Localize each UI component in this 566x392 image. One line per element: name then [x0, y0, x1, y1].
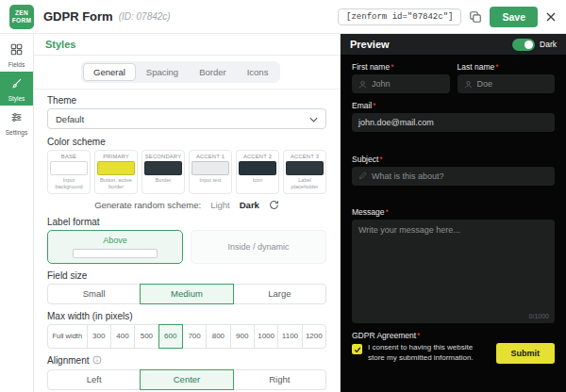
swatch-desc: Icon	[253, 177, 263, 189]
message-textarea[interactable]: Write your message here... 0/1000	[352, 220, 555, 323]
sidebar-item-label: Settings	[6, 129, 28, 136]
required-mark: *	[386, 207, 389, 217]
sidebar: Fields Styles Settings	[0, 34, 34, 392]
swatch-primary[interactable]: PRIMARY Button, active border	[94, 150, 138, 194]
label-format-option-text: Above	[103, 236, 127, 245]
swatch-desc: Input text	[199, 177, 221, 189]
swatch-secondary[interactable]: SECONDARY Border	[142, 150, 185, 194]
styles-panel-title: Styles	[34, 34, 340, 56]
field-size-small[interactable]: Small	[47, 284, 141, 304]
page-title: GDPR Form	[43, 9, 113, 24]
email-value: john.doe@mail.com	[358, 118, 434, 127]
sidebar-item-styles[interactable]: Styles	[0, 72, 33, 106]
app-logo[interactable]: ZEN FORM	[9, 5, 34, 29]
alignment-right[interactable]: Right	[233, 369, 326, 390]
swatch-accent3[interactable]: ACCENT 3 Label placeholder	[283, 150, 326, 194]
swatch-name: PRIMARY	[103, 154, 129, 159]
save-button[interactable]: Save	[490, 7, 538, 27]
last-name-input[interactable]: Doe	[458, 74, 556, 93]
tab-general[interactable]: General	[83, 63, 136, 81]
brush-icon	[10, 76, 23, 93]
pencil-icon	[358, 172, 367, 180]
message-placeholder: Write your message here...	[358, 225, 460, 235]
last-name-label: Last name*	[458, 62, 556, 72]
copy-icon[interactable]	[469, 10, 482, 24]
mock-input	[73, 249, 158, 258]
field-size-large[interactable]: Large	[233, 284, 326, 304]
max-width-500[interactable]: 500	[134, 324, 158, 349]
max-width-900[interactable]: 900	[230, 324, 255, 349]
chevron-down-icon	[309, 114, 318, 124]
info-icon[interactable]	[92, 355, 102, 367]
preview-form: First name* John Last name* Doe	[341, 55, 566, 392]
alignment-label-row: Alignment	[47, 355, 326, 367]
page-subtitle: (ID: 07842c)	[119, 11, 171, 22]
swatch-accent2[interactable]: ACCENT 2 Icon	[236, 150, 279, 194]
label-format-options: Above Inside / dynamic	[47, 230, 326, 264]
gdpr-checkbox[interactable]	[352, 344, 362, 354]
max-width-full[interactable]: Full width	[47, 324, 88, 349]
dark-toggle-label: Dark	[540, 40, 557, 49]
tab-spacing[interactable]: Spacing	[136, 63, 189, 81]
styles-panel: Styles General Spacing Border Icons Them…	[34, 34, 341, 392]
person-icon	[358, 80, 367, 89]
refresh-icon[interactable]	[269, 200, 279, 210]
sidebar-item-label: Styles	[8, 95, 25, 102]
logo-line1: ZEN	[15, 9, 28, 16]
sidebar-item-label: Fields	[8, 61, 25, 68]
styles-tabs: General Spacing Border Icons	[81, 61, 280, 83]
max-width-1100[interactable]: 1100	[277, 324, 302, 349]
close-icon[interactable]	[545, 11, 557, 23]
tab-icons[interactable]: Icons	[237, 63, 279, 81]
preview-header-actions: Dark	[512, 39, 557, 51]
max-width-1000[interactable]: 1000	[254, 324, 278, 349]
label-format-above[interactable]: Above	[47, 230, 183, 264]
alignment-label: Alignment	[47, 355, 89, 366]
email-input[interactable]: john.doe@mail.com	[352, 113, 555, 132]
max-width-700[interactable]: 700	[182, 324, 207, 349]
generate-scheme-label: Generate random scheme:	[94, 200, 201, 210]
sidebar-item-settings[interactable]: Settings	[0, 106, 33, 139]
swatch-color	[144, 161, 182, 175]
label-format-option-text: Inside / dynamic	[227, 242, 289, 252]
max-width-800[interactable]: 800	[206, 324, 230, 349]
dark-mode-option[interactable]: Dark	[240, 200, 259, 210]
required-mark: *	[379, 155, 382, 164]
alignment-center[interactable]: Center	[140, 369, 233, 390]
sliders-icon	[10, 110, 23, 127]
first-name-input[interactable]: John	[352, 74, 450, 93]
max-width-400[interactable]: 400	[110, 324, 135, 349]
tab-border[interactable]: Border	[189, 63, 237, 81]
dark-mode-toggle[interactable]	[512, 39, 535, 51]
app-root: ZEN FORM GDPR Form (ID: 07842c) [zenform…	[0, 0, 566, 392]
shortcode-chip[interactable]: [zenform id="07842c"]	[338, 8, 461, 25]
theme-select[interactable]: Default	[47, 108, 326, 129]
swatch-accent1[interactable]: ACCENT 1 Input text	[189, 150, 232, 194]
required-mark: *	[495, 62, 498, 72]
char-counter: 0/1000	[529, 313, 549, 319]
swatch-color	[191, 161, 229, 175]
alignment-left[interactable]: Left	[47, 369, 141, 390]
light-mode-option[interactable]: Light	[210, 200, 230, 210]
first-name-placeholder: John	[372, 79, 391, 89]
max-width-1200[interactable]: 1200	[302, 324, 326, 349]
label-format-inside[interactable]: Inside / dynamic	[191, 230, 326, 264]
required-mark: *	[391, 62, 393, 72]
person-icon	[464, 80, 473, 89]
swatch-base[interactable]: BASE Input background	[47, 150, 91, 194]
preview-title: Preview	[350, 39, 390, 50]
submit-button[interactable]: Submit	[496, 343, 556, 364]
last-name-field: Last name* Doe	[458, 62, 556, 93]
field-size-medium[interactable]: Medium	[140, 284, 233, 304]
name-row: First name* John Last name* Doe	[352, 62, 555, 101]
theme-label: Theme	[47, 95, 326, 106]
swatch-color	[97, 161, 135, 175]
sidebar-item-fields[interactable]: Fields	[0, 38, 33, 72]
alignment-options: Left Center Right	[47, 369, 326, 390]
max-width-300[interactable]: 300	[87, 324, 111, 349]
max-width-600[interactable]: 600	[158, 324, 183, 349]
swatch-name: BASE	[61, 154, 76, 159]
subject-field: Subject* What is this about?	[352, 155, 555, 201]
subject-input[interactable]: What is this about?	[352, 167, 555, 186]
swatch-color	[50, 161, 88, 175]
